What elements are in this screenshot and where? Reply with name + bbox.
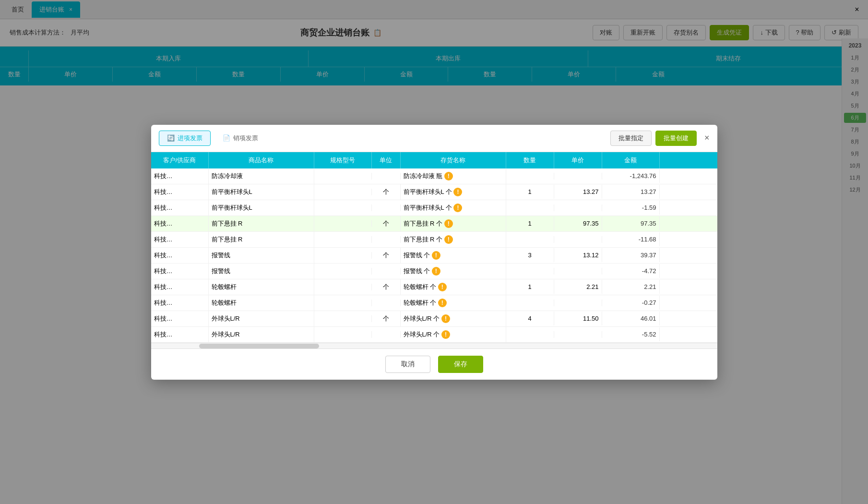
- cell-unit-price: 2.21: [554, 280, 602, 294]
- cell-spec: [314, 236, 372, 243]
- cell-supplier: 科技…: [151, 184, 209, 200]
- cell-unit-price: 97.35: [554, 216, 602, 230]
- table-row[interactable]: 科技… 前平衡杆球头L 前平衡杆球头L 个 ! -1.59: [151, 200, 717, 216]
- cell-product: 前下悬挂 R: [209, 232, 314, 247]
- cell-quantity: [506, 268, 554, 275]
- cell-supplier: 科技…: [151, 311, 209, 326]
- cell-amount: 46.01: [602, 312, 660, 325]
- cell-unit: [372, 268, 401, 275]
- cell-unit-price: [554, 236, 602, 243]
- warning-icon: !: [444, 219, 453, 228]
- cell-product: 报警线: [209, 248, 314, 263]
- cell-unit-price: [554, 331, 602, 338]
- cell-quantity: [506, 300, 554, 306]
- col-inventory-name: 存货名称: [401, 152, 506, 168]
- cell-unit: [372, 173, 401, 180]
- cell-supplier: 科技…: [151, 279, 209, 295]
- col-unit: 单位: [372, 152, 401, 168]
- cell-spec: [314, 173, 372, 180]
- table-row[interactable]: 科技… 外球头L/R 外球头L/R 个 ! -5.52: [151, 327, 717, 343]
- modal-table-header: 客户/供应商 商品名称 规格型号 单位 存货名称 数量 单价 金额: [151, 152, 717, 168]
- cell-quantity: [506, 236, 554, 243]
- cell-quantity: 1: [506, 216, 554, 230]
- warning-icon: !: [453, 204, 462, 212]
- cell-inventory: 防冻冷却液 瓶 !: [401, 168, 506, 184]
- col-spec: 规格型号: [314, 152, 372, 168]
- cell-supplier: 科技…: [151, 327, 209, 342]
- cell-supplier: 科技…: [151, 295, 209, 311]
- cancel-button[interactable]: 取消: [385, 356, 430, 373]
- scrollbar-thumb[interactable]: [199, 344, 319, 348]
- modal-header: 🔄 进项发票 📄 销项发票 批量指定 批量创建 ×: [151, 125, 717, 152]
- cell-product: 轮毂螺杆: [209, 279, 314, 295]
- purchase-tab-label: 进项发票: [178, 134, 202, 143]
- cell-quantity: 4: [506, 312, 554, 325]
- cell-quantity: 3: [506, 248, 554, 262]
- table-row[interactable]: 科技… 前平衡杆球头L 个 前平衡杆球头L 个 ! 1 13.27 13.27: [151, 184, 717, 200]
- batch-specify-button[interactable]: 批量指定: [610, 131, 652, 146]
- cell-product: 前平衡杆球头L: [209, 184, 314, 200]
- table-row[interactable]: 科技… 前下悬挂 R 前下悬挂 R 个 ! -11.68: [151, 232, 717, 248]
- cell-product: 前平衡杆球头L: [209, 200, 314, 216]
- cell-quantity: 1: [506, 185, 554, 199]
- cell-product: 报警线: [209, 264, 314, 279]
- sales-tab-label: 销项发票: [233, 134, 258, 143]
- modal-table-body: 科技… 防冻冷却液 防冻冷却液 瓶 ! -1,243.76 科技… 前平衡杆球头…: [151, 168, 717, 343]
- warning-icon: !: [441, 330, 450, 339]
- cell-amount: 13.27: [602, 185, 660, 199]
- modal-close-button[interactable]: ×: [704, 131, 710, 146]
- modal-footer: 取消 保存: [151, 348, 717, 380]
- save-button[interactable]: 保存: [438, 356, 483, 373]
- table-row[interactable]: 科技… 外球头L/R 个 外球头L/R 个 ! 4 11.50 46.01: [151, 311, 717, 327]
- cell-amount: -4.72: [602, 264, 660, 278]
- cell-inventory: 前下悬挂 R 个 !: [401, 232, 506, 247]
- cell-product: 外球头L/R: [209, 311, 314, 326]
- modal-header-actions: 批量指定 批量创建 ×: [610, 131, 710, 146]
- cell-unit-price: [554, 204, 602, 211]
- table-row[interactable]: 科技… 轮毂螺杆 轮毂螺杆 个 ! -0.27: [151, 295, 717, 311]
- warning-icon: !: [432, 251, 440, 260]
- cell-unit-price: [554, 268, 602, 275]
- batch-create-button[interactable]: 批量创建: [655, 131, 697, 146]
- cell-amount: -11.68: [602, 232, 660, 246]
- warning-icon: !: [438, 299, 447, 307]
- cell-inventory: 前下悬挂 R 个 !: [401, 216, 506, 231]
- cell-inventory: 轮毂螺杆 个 !: [401, 295, 506, 311]
- cell-supplier: 科技…: [151, 200, 209, 216]
- cell-unit: [372, 300, 401, 306]
- cell-unit-price: [554, 173, 602, 180]
- tab-purchase-invoice[interactable]: 🔄 进项发票: [159, 131, 211, 146]
- cell-unit-price: 13.12: [554, 248, 602, 262]
- cell-spec: [314, 315, 372, 322]
- cell-inventory: 外球头L/R 个 !: [401, 311, 506, 326]
- cell-product: 轮毂螺杆: [209, 295, 314, 311]
- cell-quantity: [506, 173, 554, 180]
- cell-unit: 个: [372, 311, 401, 326]
- cell-quantity: [506, 204, 554, 211]
- cell-product: 外球头L/R: [209, 327, 314, 342]
- invoice-modal: 🔄 进项发票 📄 销项发票 批量指定 批量创建 × 客户/供应商 商品名称 规格…: [151, 125, 717, 380]
- table-row[interactable]: 科技… 报警线 报警线 个 ! -4.72: [151, 264, 717, 279]
- table-row[interactable]: 科技… 防冻冷却液 防冻冷却液 瓶 ! -1,243.76: [151, 168, 717, 184]
- cell-inventory: 报警线 个 !: [401, 264, 506, 279]
- horizontal-scrollbar[interactable]: [151, 343, 717, 348]
- cell-amount: -5.52: [602, 327, 660, 341]
- cell-unit-price: 11.50: [554, 312, 602, 325]
- cell-amount: -0.27: [602, 296, 660, 310]
- modal-table: 客户/供应商 商品名称 规格型号 单位 存货名称 数量 单价 金额 科技… 防冻…: [151, 152, 717, 343]
- warning-icon: !: [453, 188, 462, 196]
- cell-amount: -1.59: [602, 201, 660, 215]
- table-row[interactable]: 科技… 前下悬挂 R 个 前下悬挂 R 个 ! 1 97.35 97.35: [151, 216, 717, 232]
- cell-amount: -1,243.76: [602, 169, 660, 183]
- tab-sales-invoice[interactable]: 📄 销项发票: [214, 131, 266, 146]
- warning-icon: !: [444, 172, 453, 180]
- col-amount: 金额: [602, 152, 660, 168]
- warning-icon: !: [444, 235, 453, 244]
- table-row[interactable]: 科技… 报警线 个 报警线 个 ! 3 13.12 39.37: [151, 248, 717, 264]
- table-row[interactable]: 科技… 轮毂螺杆 个 轮毂螺杆 个 ! 1 2.21 2.21: [151, 279, 717, 295]
- cell-quantity: 1: [506, 280, 554, 294]
- warning-icon: !: [432, 267, 440, 276]
- cell-spec: [314, 300, 372, 306]
- cell-unit-price: [554, 300, 602, 306]
- purchase-icon: 🔄: [167, 134, 175, 142]
